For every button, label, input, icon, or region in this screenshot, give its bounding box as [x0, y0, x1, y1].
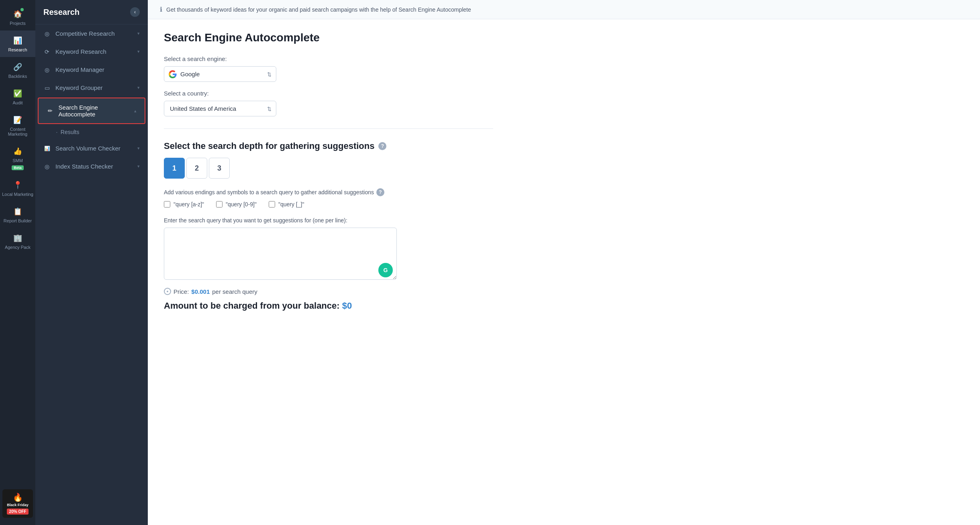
- collapse-button[interactable]: ‹: [130, 7, 140, 17]
- home-icon: 🏠: [13, 10, 22, 18]
- price-prefix: Price:: [174, 288, 189, 295]
- sidebar-item-projects[interactable]: 🏠 Projects: [0, 4, 35, 31]
- sidebar-item-report-label: Report Builder: [4, 218, 32, 223]
- checkbox-09[interactable]: "query [0-9]": [216, 201, 257, 208]
- depth-button-2[interactable]: 2: [186, 158, 207, 179]
- sidebar-item-smm[interactable]: 👍 SMM Beta: [0, 141, 35, 175]
- grammarly-icon[interactable]: G: [378, 263, 393, 277]
- sidebar-item-projects-label: Projects: [10, 21, 26, 26]
- chevron-down-icon: ▾: [137, 49, 140, 54]
- sidebar-item-backlinks-label: Backlinks: [8, 74, 27, 79]
- country-select-wrapper: United States of America United Kingdom …: [164, 101, 276, 116]
- checkbox-az-input[interactable]: [164, 201, 170, 208]
- beta-badge: Beta: [12, 165, 24, 170]
- black-friday-banner[interactable]: 🔥 Black Friday 20% OFF: [2, 489, 33, 518]
- sidebar-item-competitive[interactable]: ◎ Competitive Research ▾: [35, 24, 148, 43]
- keyword-manager-icon: ◎: [43, 67, 51, 73]
- sidebar-item-research[interactable]: 📊 Research: [0, 31, 35, 57]
- keyword-grouper-icon: ▭: [43, 85, 51, 91]
- checkbox-blank[interactable]: "query [_]": [269, 201, 304, 208]
- query-textarea-wrapper: G: [164, 228, 397, 281]
- country-select[interactable]: United States of America United Kingdom …: [164, 101, 276, 116]
- sidebar-item-search-engine[interactable]: ✏ Search Engine Autocomplete ▴: [38, 98, 145, 124]
- sidebar-item-research-label: Research: [8, 47, 27, 52]
- search-engine-label: Select a search engine:: [164, 55, 493, 62]
- search-engine-select[interactable]: Google Bing Yahoo: [164, 66, 276, 82]
- discount-badge: 20% OFF: [7, 509, 29, 515]
- country-label: Select a country:: [164, 90, 493, 97]
- sidebar-item-competitive-label: Competitive Research: [55, 30, 115, 37]
- checkbox-09-label: "query [0-9]": [226, 201, 257, 208]
- sidebar-item-index-status[interactable]: ◎ Index Status Checker ▾: [35, 157, 148, 175]
- main-content: ℹ Get thousands of keyword ideas for you…: [148, 0, 980, 525]
- price-suffix: per search query: [212, 288, 257, 295]
- competitive-icon: ◎: [43, 31, 51, 37]
- index-icon: ◎: [43, 163, 51, 170]
- sidebar-item-audit[interactable]: ✅ Audit: [0, 83, 35, 110]
- depth-button-1[interactable]: 1: [164, 158, 185, 179]
- sidebar-item-local[interactable]: 📍 Local Marketing: [0, 175, 35, 201]
- depth-help-icon[interactable]: ?: [378, 142, 386, 150]
- query-label: Enter the search query that you want to …: [164, 217, 493, 224]
- depth-buttons: 1 2 3: [164, 158, 493, 179]
- suggestions-help-icon[interactable]: ?: [376, 188, 384, 196]
- sidebar-item-keyword-grouper[interactable]: ▭ Keyword Grouper ▾: [35, 79, 148, 97]
- price-circle-icon: ●: [164, 288, 171, 295]
- sidebar-item-index-status-label: Index Status Checker: [55, 163, 113, 170]
- search-engine-select-wrapper: Google Bing Yahoo: [164, 66, 276, 82]
- audit-icon: ✅: [13, 89, 22, 98]
- sidebar-item-agency-label: Agency Pack: [5, 245, 31, 250]
- info-bar: ℹ Get thousands of keyword ideas for you…: [148, 0, 980, 19]
- sidebar-item-local-label: Local Marketing: [2, 192, 33, 197]
- checkbox-blank-label: "query [_]": [278, 201, 304, 208]
- sidebar-item-search-engine-label: Search Engine Autocomplete: [59, 104, 134, 118]
- local-icon: 📍: [13, 181, 22, 189]
- depth-title: Select the search depth for gathering su…: [164, 141, 493, 151]
- sidebar-sub-item-results[interactable]: Results: [35, 125, 148, 139]
- backlinks-icon: 🔗: [13, 63, 22, 71]
- sidebar-item-search-volume[interactable]: 📊 Search Volume Checker ▾: [35, 139, 148, 157]
- chevron-down-icon: ▾: [137, 31, 140, 36]
- black-friday-text: Black Friday: [6, 503, 30, 507]
- page-title: Search Engine Autocomplete: [164, 31, 493, 44]
- sidebar-header: Research ‹: [35, 0, 148, 24]
- query-textarea[interactable]: [164, 228, 397, 280]
- sidebar-item-content[interactable]: 📝 Content Marketing: [0, 110, 35, 141]
- country-group: Select a country: United States of Ameri…: [164, 90, 493, 116]
- fire-icon: 🔥: [6, 492, 30, 502]
- price-value: $0.001: [191, 288, 210, 295]
- smm-icon: 👍: [13, 147, 22, 156]
- checkbox-blank-input[interactable]: [269, 201, 275, 208]
- sidebar-item-keyword[interactable]: ⟳ Keyword Research ▾: [35, 43, 148, 61]
- sidebar-item-agency[interactable]: 🏢 Agency Pack: [0, 228, 35, 254]
- pencil-icon: ✏: [47, 108, 54, 114]
- depth-title-text: Select the search depth for gathering su…: [164, 141, 374, 151]
- amount-label: Amount to be charged from your balance:: [164, 301, 340, 311]
- sidebar-item-keyword-grouper-label: Keyword Grouper: [55, 84, 103, 91]
- info-icon: ℹ: [160, 6, 162, 13]
- report-icon: 📋: [13, 207, 22, 216]
- sidebar-item-keyword-manager-label: Keyword Manager: [55, 66, 104, 73]
- sidebar-item-report[interactable]: 📋 Report Builder: [0, 201, 35, 228]
- depth-button-3[interactable]: 3: [209, 158, 230, 179]
- checkbox-09-input[interactable]: [216, 201, 223, 208]
- chart-icon: 📊: [43, 146, 51, 151]
- chevron-up-icon: ▴: [134, 108, 137, 114]
- sidebar-item-backlinks[interactable]: 🔗 Backlinks: [0, 57, 35, 83]
- sidebar-item-keyword-manager[interactable]: ◎ Keyword Manager: [35, 61, 148, 79]
- divider: [164, 128, 493, 129]
- suggestions-label-text: Add various endings and symbols to a sea…: [164, 189, 374, 195]
- sidebar-item-audit-label: Audit: [12, 100, 22, 105]
- sidebar-item-search-volume-label: Search Volume Checker: [55, 145, 120, 152]
- chevron-down-icon: ▾: [137, 146, 140, 151]
- sidebar-title: Research: [43, 8, 80, 17]
- checkbox-group: "query [a-z]" "query [0-9]" "query [_]": [164, 201, 493, 208]
- checkbox-az[interactable]: "query [a-z]": [164, 201, 204, 208]
- results-label: Results: [61, 129, 80, 135]
- main-sidebar: Research ‹ ◎ Competitive Research ▾ ⟳ Ke…: [35, 0, 148, 525]
- info-bar-text: Get thousands of keyword ideas for your …: [166, 6, 471, 13]
- agency-icon: 🏢: [13, 234, 22, 242]
- amount-value: $0: [342, 301, 352, 311]
- amount-row: Amount to be charged from your balance: …: [164, 301, 493, 311]
- research-icon: 📊: [13, 36, 22, 45]
